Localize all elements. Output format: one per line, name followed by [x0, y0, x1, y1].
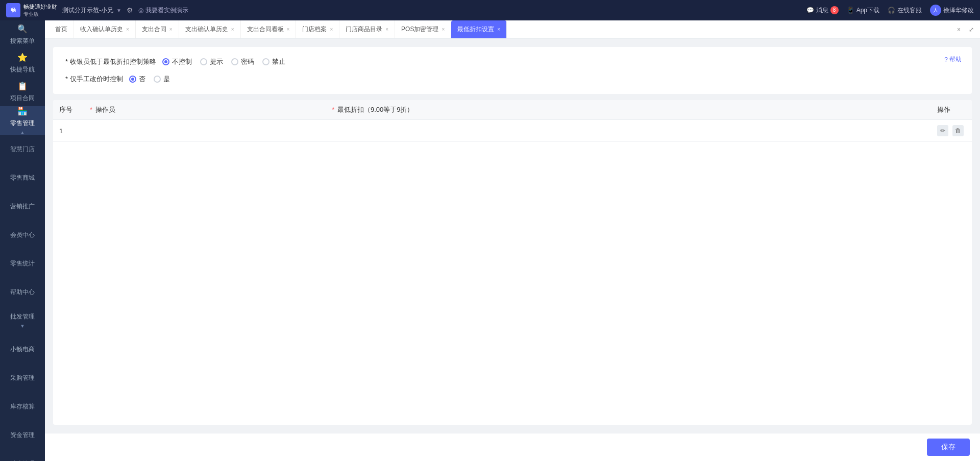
manual-no[interactable]: 否	[129, 75, 145, 84]
sidebar-item-purchase-manage[interactable]: 采购管理	[0, 363, 45, 392]
policy-forbid[interactable]: 禁止	[262, 57, 285, 66]
save-button[interactable]: 保存	[927, 439, 970, 456]
policy-no-control-radio[interactable]	[162, 58, 169, 65]
tab-pos-password-close[interactable]: ×	[442, 27, 445, 32]
policy-password[interactable]: 密码	[231, 57, 254, 66]
manual-no-label: 否	[139, 75, 145, 84]
table-body: 1 ✏ 🗑	[53, 120, 972, 142]
app-info: 畅捷通好业财 专业版	[23, 3, 57, 18]
edit-row-button[interactable]: ✏	[937, 125, 948, 136]
col-header-seq: 序号	[53, 100, 84, 120]
tab-min-discount[interactable]: 最低折扣设置 ×	[451, 20, 507, 39]
project-contract-icon: 📋	[17, 81, 28, 91]
policy-forbid-label: 禁止	[272, 57, 285, 66]
demo-text: 我要看实例演示	[145, 6, 188, 15]
wholesale-manage-label: 批发管理	[10, 312, 35, 321]
tab-close-all-button[interactable]: ×	[955, 25, 963, 34]
tab-maximize-button[interactable]: ⤢	[967, 25, 976, 34]
messages-badge: 8	[830, 6, 839, 14]
sidebar-item-marketing[interactable]: 营销推广	[0, 192, 45, 221]
tab-income-confirm-close[interactable]: ×	[126, 27, 129, 32]
col-header-discount: * 最低折扣（9.00等于9折）	[326, 100, 931, 120]
policy-row: * 收银员低于最低折扣控制策略 不控制 提示 密码	[65, 57, 960, 66]
demo-icon: ◎	[138, 7, 143, 14]
tab-payment-confirm-close[interactable]: ×	[231, 27, 234, 32]
tab-min-discount-label: 最低折扣设置	[457, 25, 494, 34]
tab-pos-password-label: POS加密管理	[401, 25, 438, 34]
sidebar-item-online-mall[interactable]: 零售商城	[0, 163, 45, 192]
policy-hint[interactable]: 提示	[200, 57, 223, 66]
sidebar-item-member-center[interactable]: 会员中心	[0, 221, 45, 249]
sidebar-item-search-menu[interactable]: 🔍 搜索菜单	[0, 20, 45, 49]
general-ledger-label: 总账管理	[10, 459, 35, 462]
messages-button[interactable]: 💬 消息 8	[806, 6, 839, 15]
tab-bar-controls: × ⤢	[955, 25, 976, 34]
table-header: 序号 * 操作员 * 最低折扣（9.00等于9折） 操作	[53, 100, 972, 120]
cell-seq: 1	[53, 120, 84, 142]
topbar-settings-icon[interactable]: ⚙	[127, 6, 133, 14]
tab-payment-contract-label: 支出合同	[142, 25, 166, 34]
policy-no-control[interactable]: 不控制	[162, 57, 192, 66]
tab-store-product-label: 门店商品目录	[346, 25, 382, 34]
col-action-label: 操作	[937, 106, 950, 113]
tab-home[interactable]: 首页	[49, 20, 74, 39]
retail-submenu-arrow: ▲	[20, 130, 25, 135]
manual-yes[interactable]: 是	[154, 75, 170, 84]
wholesale-submenu-arrow: ▼	[20, 323, 25, 329]
policy-hint-label: 提示	[210, 57, 223, 66]
delete-icon: 🗑	[955, 127, 961, 134]
sidebar: 🔍 搜索菜单 ⭐ 快捷导航 📋 项目合同 🏪 零售管理 ▲ 智慧门店 零售商城 …	[0, 20, 45, 461]
required-star-operator: *	[90, 106, 92, 113]
customer-service-button[interactable]: 🎧 在线客服	[888, 6, 922, 15]
demo-link[interactable]: ◎ 我要看实例演示	[138, 6, 188, 15]
sidebar-item-general-ledger[interactable]: 总账管理	[0, 449, 45, 461]
sidebar-item-label: 项目合同	[10, 94, 35, 103]
tab-payment-confirm[interactable]: 支出确认单历史 ×	[179, 20, 241, 39]
policy-password-radio[interactable]	[231, 58, 238, 65]
sidebar-item-project-contract[interactable]: 📋 项目合同	[0, 78, 45, 106]
sidebar-item-help-center[interactable]: 帮助中心	[0, 278, 45, 306]
tab-payment-board[interactable]: 支出合同看板 ×	[241, 20, 297, 39]
tab-payment-contract-close[interactable]: ×	[169, 27, 173, 32]
delete-row-button[interactable]: 🗑	[952, 125, 964, 136]
sidebar-item-label: 快捷导航	[10, 65, 35, 74]
cell-action: ✏ 🗑	[931, 120, 972, 142]
manual-yes-radio[interactable]	[154, 76, 161, 83]
policy-hint-radio[interactable]	[200, 58, 207, 65]
policy-forbid-radio[interactable]	[262, 58, 270, 65]
logo-icon: 畅	[6, 3, 20, 17]
sidebar-item-smart-store[interactable]: 智慧门店	[0, 135, 45, 163]
sidebar-item-retail-stats[interactable]: 零售统计	[0, 249, 45, 278]
sidebar-item-quick-nav[interactable]: ⭐ 快捷导航	[0, 49, 45, 78]
app-download-button[interactable]: 📱 App下载	[847, 6, 879, 15]
col-seq-label: 序号	[59, 106, 72, 113]
manual-no-radio[interactable]	[129, 76, 136, 83]
top-bar-right: 💬 消息 8 📱 App下载 🎧 在线客服 人 徐泽华修改	[806, 5, 974, 16]
cell-operator	[84, 120, 326, 142]
tab-store-product[interactable]: 门店商品目录 ×	[339, 20, 395, 39]
manual-row: * 仅手工改价时控制 否 是	[65, 75, 960, 84]
sidebar-item-wholesale-manage[interactable]: 批发管理 ▼	[0, 306, 45, 335]
sidebar-item-ecommerce[interactable]: 小畅电商	[0, 335, 45, 363]
member-center-label: 会员中心	[10, 231, 35, 239]
tab-store-archive[interactable]: 门店档案 ×	[296, 20, 339, 39]
tab-payment-board-close[interactable]: ×	[287, 27, 290, 32]
policy-radio-group: 不控制 提示 密码 禁止	[162, 57, 285, 66]
tab-payment-contract[interactable]: 支出合同 ×	[136, 20, 179, 39]
project-dropdown-arrow: ▼	[116, 8, 121, 13]
search-menu-icon: 🔍	[17, 24, 28, 34]
sidebar-item-finance[interactable]: 资金管理	[0, 421, 45, 449]
tab-income-confirm[interactable]: 收入确认单历史 ×	[74, 20, 136, 39]
tab-store-archive-close[interactable]: ×	[330, 27, 333, 32]
help-link[interactable]: ? 帮助	[944, 55, 962, 64]
page-content: ? 帮助 * 收银员低于最低折扣控制策略 不控制 提示	[45, 39, 980, 433]
tab-min-discount-close[interactable]: ×	[497, 27, 500, 32]
tab-store-product-close[interactable]: ×	[385, 27, 388, 32]
sidebar-item-inventory[interactable]: 库存核算	[0, 392, 45, 421]
form-card: ? 帮助 * 收银员低于最低折扣控制策略 不控制 提示	[53, 47, 972, 94]
user-menu[interactable]: 人 徐泽华修改	[930, 5, 974, 16]
project-selector[interactable]: 测试分开示范-小兄 ▼	[62, 6, 121, 15]
tab-pos-password[interactable]: POS加密管理 ×	[395, 20, 451, 39]
sidebar-item-retail-manage[interactable]: 🏪 零售管理 ▲	[0, 106, 45, 135]
content-area: 首页 收入确认单历史 × 支出合同 × 支出确认单历史 × 支出合同看板 × 门…	[45, 20, 980, 461]
